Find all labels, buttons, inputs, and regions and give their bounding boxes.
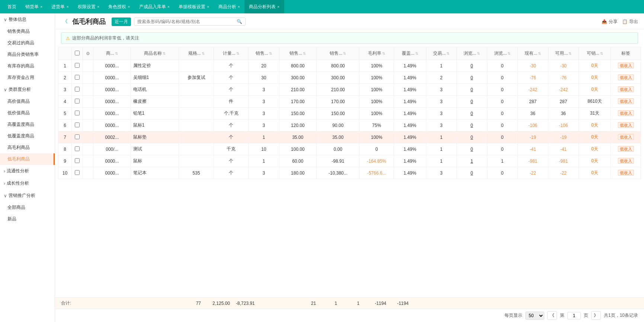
export-button[interactable]: 📋 导出 xyxy=(622,19,638,25)
col-stock[interactable]: 现有...⇅ xyxy=(518,47,548,60)
nav-item-sales[interactable]: 销货单 × xyxy=(21,0,47,13)
cell-views1[interactable]: 0 xyxy=(456,167,487,179)
table-container[interactable]: ⚙ 商...⇅ 商品名称⇅ 规格...⇅ 计量...⇅ 销售...⇅ 销售...… xyxy=(55,47,644,297)
col-price[interactable]: 销售...⇅ xyxy=(279,47,317,60)
cell-code: 0002... xyxy=(93,131,131,143)
share-button[interactable]: 📤 分享 xyxy=(602,19,618,25)
search-input[interactable] xyxy=(137,19,237,24)
cell-coverage: 1.49% xyxy=(394,72,426,84)
cell-check[interactable] xyxy=(72,60,83,72)
collapse-sidebar-button[interactable]: 《 xyxy=(61,17,69,26)
prev-page-button[interactable]: 《 xyxy=(547,311,557,320)
nav-close-icon[interactable]: × xyxy=(167,4,170,9)
col-coverage[interactable]: 覆盖...⇅ xyxy=(394,47,426,60)
settings-icon[interactable]: ⚙ xyxy=(86,51,90,56)
sidebar-item-stock-capital[interactable]: 库存资金占用 xyxy=(0,72,55,83)
nav-item-home[interactable]: 首页 xyxy=(3,0,21,13)
footer-amount: -8,723.91 xyxy=(233,301,258,306)
sidebar-item-low-coverage[interactable]: 低覆盖度商品 xyxy=(0,130,55,142)
nav-item-permissions[interactable]: 权限设置 × xyxy=(73,0,104,13)
nav-close-icon[interactable]: × xyxy=(40,4,42,9)
select-all-checkbox[interactable] xyxy=(75,51,80,55)
sidebar-item-new-products[interactable]: 新品 xyxy=(0,213,55,225)
cell-check[interactable] xyxy=(72,119,83,131)
col-name[interactable]: 商品名称⇅ xyxy=(131,47,179,60)
col-tag[interactable]: 标签 xyxy=(611,47,641,60)
next-page-button[interactable]: 》 xyxy=(591,311,601,320)
col-views2[interactable]: 浏览...⇅ xyxy=(487,47,518,60)
cell-seq: 8 xyxy=(58,143,72,155)
col-trades[interactable]: 交易...⇅ xyxy=(426,47,456,60)
sidebar-item-in-stock[interactable]: 有库存的商品 xyxy=(0,60,55,72)
col-views1[interactable]: 浏览...⇅ xyxy=(456,47,487,60)
nav-item-product-entry[interactable]: 产成品入库单 × xyxy=(135,0,174,13)
cell-unit: 个 xyxy=(214,84,249,96)
sidebar-section-header-circulation[interactable]: › 流通性分析 xyxy=(0,165,55,177)
search-box[interactable]: 🔍 xyxy=(134,17,246,26)
cell-stock: -22 xyxy=(518,167,548,179)
nav-close-icon[interactable]: × xyxy=(97,4,99,9)
cell-check[interactable] xyxy=(72,143,83,155)
sidebar-item-all-products[interactable]: 全部商品 xyxy=(0,202,55,213)
cell-check[interactable] xyxy=(72,131,83,143)
cell-views1[interactable]: 0 xyxy=(456,119,487,131)
sidebar-section-header-marketing[interactable]: ∨ 营销推广分析 xyxy=(0,189,55,202)
cell-coverage: 1.49% xyxy=(394,143,426,155)
col-spec[interactable]: 规格...⇅ xyxy=(179,47,214,60)
cell-check[interactable] xyxy=(72,167,83,179)
col-salable[interactable]: 可销...⇅ xyxy=(579,47,611,60)
cell-amount: 150.00 xyxy=(317,108,359,119)
col-settings[interactable]: ⚙ xyxy=(83,47,93,60)
sidebar-item-low-margin[interactable]: 低毛利商品 xyxy=(0,153,55,165)
nav-close-icon[interactable]: × xyxy=(66,4,68,9)
sidebar-item-high-margin[interactable]: 高毛利商品 xyxy=(0,142,55,153)
sidebar-section-header-growth[interactable]: › 成长性分析 xyxy=(0,177,55,189)
sidebar-item-sales-products[interactable]: 销售类商品 xyxy=(0,26,55,37)
col-amount[interactable]: 销售...⇅ xyxy=(317,47,359,60)
col-gross-rate[interactable]: 毛利率⇅ xyxy=(359,47,394,60)
nav-close-icon[interactable]: × xyxy=(238,4,240,9)
nav-close-icon[interactable]: × xyxy=(207,4,209,9)
nav-item-role[interactable]: 角色授权 × xyxy=(104,0,134,13)
cell-views1[interactable]: 0 xyxy=(456,131,487,143)
sidebar-item-high-coverage[interactable]: 高覆盖度商品 xyxy=(0,119,55,130)
cell-views1[interactable]: 0 xyxy=(456,60,487,72)
col-qty[interactable]: 销售...⇅ xyxy=(249,47,279,60)
cell-amount: 210.00 xyxy=(317,84,359,96)
cell-views1[interactable]: 1 xyxy=(456,155,487,167)
sidebar-item-low-value[interactable]: 低价值商品 xyxy=(0,107,55,119)
cell-views1[interactable]: 0 xyxy=(456,96,487,108)
sidebar-item-category-rate[interactable]: 商品分类销售率 xyxy=(0,49,55,60)
cell-code: 0000... xyxy=(93,72,131,84)
sidebar-item-traded-products[interactable]: 交易过的商品 xyxy=(0,37,55,49)
cell-available: -981 xyxy=(548,155,579,167)
cell-views1[interactable]: 0 xyxy=(456,143,487,155)
cell-check[interactable] xyxy=(72,155,83,167)
cell-views1[interactable]: 0 xyxy=(456,84,487,96)
cell-check[interactable] xyxy=(72,108,83,119)
cell-stock: -30 xyxy=(518,60,548,72)
col-unit[interactable]: 计量...⇅ xyxy=(214,47,249,60)
period-button[interactable]: 近一月 xyxy=(112,17,131,26)
nav-close-icon[interactable]: × xyxy=(277,4,279,9)
cell-code: 0000... xyxy=(93,108,131,119)
cell-views1[interactable]: 0 xyxy=(456,108,487,119)
col-available[interactable]: 可用...⇅ xyxy=(548,47,579,60)
page-size-select[interactable]: 50 100 200 xyxy=(525,312,544,320)
sidebar-section-header-cluster[interactable]: ∨ 类群度分析 xyxy=(0,83,55,96)
sidebar-section-header-overview[interactable]: ∨ 整体信息 xyxy=(0,13,55,26)
nav-item-analysis-list[interactable]: 商品分析列表 × xyxy=(244,0,284,13)
nav-item-template[interactable]: 单据模板设置 × xyxy=(174,0,214,13)
col-check[interactable] xyxy=(72,47,83,60)
nav-item-product-analysis[interactable]: 商品分析 × xyxy=(214,0,244,13)
cell-check[interactable] xyxy=(72,84,83,96)
page-number-input[interactable] xyxy=(567,312,581,319)
sidebar-item-high-value[interactable]: 高价值商品 xyxy=(0,96,55,107)
col-code[interactable]: 商...⇅ xyxy=(93,47,131,60)
cell-check[interactable] xyxy=(72,96,83,108)
search-icon[interactable]: 🔍 xyxy=(237,19,242,24)
nav-item-purchase[interactable]: 进货单 × xyxy=(47,0,73,13)
cell-views1[interactable]: 0 xyxy=(456,72,487,84)
cell-check[interactable] xyxy=(72,72,83,84)
nav-close-icon[interactable]: × xyxy=(128,4,130,9)
